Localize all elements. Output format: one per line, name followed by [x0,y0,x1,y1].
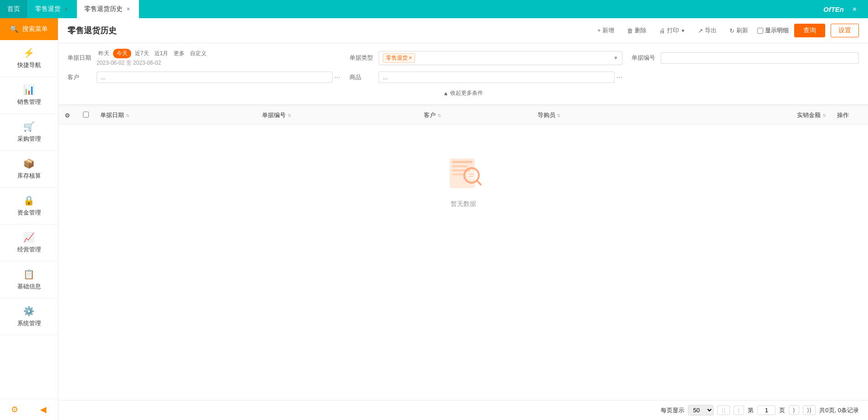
sidebar-item-finance[interactable]: 🔒 资金管理 [0,188,58,225]
th-customer-label: 客户 [424,112,436,118]
collapse-label: 收起更多条件 [450,89,483,97]
sidebar-item-quick-nav[interactable]: ⚡ 快捷导航 [0,40,58,77]
setting-button-label: 设置 [838,26,851,34]
filter-date: 单据日期 昨天 今天 近7天 近1月 更多 自定义 2023-06-02 至 2… [67,49,340,67]
th-no-sort[interactable]: ⇅ [288,113,291,118]
th-date[interactable]: 单据日期 ⇅ [95,107,257,124]
th-amount[interactable]: 实销金额 ⇅ [670,107,832,124]
tab-retail-return-history-label: 零售退货历史 [84,5,123,13]
th-no[interactable]: 单据编号 ⇅ [257,107,418,124]
business-icon: 📈 [23,232,35,243]
print-dropdown-icon: ▼ [681,28,685,33]
th-actions-label: 操作 [837,112,849,118]
voucher-no-label: 单据编号 [632,54,657,62]
sidebar-settings-button[interactable]: ⚙ [0,399,29,420]
print-button-label: 打印 [667,26,679,35]
date-shortcut-7days[interactable]: 近7天 [133,49,151,58]
sidebar-item-inventory[interactable]: 📦 库存核算 [0,151,58,188]
filter-voucher-type: 单据类型 零售退货 × ▼ [349,51,622,65]
date-shortcuts: 昨天 今天 近7天 近1月 更多 自定义 [97,49,208,58]
prev-page-button[interactable]: ⟨ [734,405,744,415]
per-page-select[interactable]: 10 20 50 100 [688,405,714,415]
query-button[interactable]: 查询 [794,24,825,37]
main-layout: 🔍 搜索菜单 ⚡ 快捷导航 📊 销售管理 🛒 采购管理 📦 库存核算 🔒 资金管… [0,18,868,420]
voucher-no-input[interactable] [661,52,859,64]
print-button[interactable]: 🖨 打印 ▼ [656,25,689,36]
data-table: ⚙ 单据日期 ⇅ 单据编号 ⇅ [58,107,868,124]
system-icon: ⚙️ [23,306,35,317]
th-customer[interactable]: 客户 ⇅ [418,107,532,124]
sidebar-search[interactable]: 🔍 搜索菜单 [0,18,58,40]
table-area: ⚙ 单据日期 ⇅ 单据编号 ⇅ [58,107,868,420]
first-page-button[interactable]: ⟨⟨ [717,405,730,415]
sidebar-toggle-button[interactable]: ◀ [29,399,58,420]
empty-icon [441,152,486,193]
svg-point-6 [467,171,476,180]
new-button[interactable]: + 新增 [594,25,618,36]
sidebar-item-sales-label: 销售管理 [17,98,41,106]
delete-button[interactable]: 🗑 删除 [623,25,650,36]
tab-retail-return-close[interactable]: × [63,5,69,13]
svg-rect-9 [469,176,473,177]
voucher-type-label: 单据类型 [349,54,375,62]
settings-gear-icon[interactable]: ⚙ [65,112,70,119]
th-guide-sort[interactable]: ⇅ [557,113,560,118]
new-button-label: + 新增 [597,26,614,35]
next-page-button[interactable]: ⟩ [789,405,799,415]
tab-retail-return-history[interactable]: 零售退货历史 × [77,0,139,18]
setting-button[interactable]: 设置 [831,24,859,37]
last-page-button[interactable]: ⟩⟩ [803,405,816,415]
page-number-input[interactable] [757,405,776,415]
th-amount-sort[interactable]: ⇅ [822,113,826,118]
sidebar-item-business[interactable]: 📈 经营管理 [0,225,58,261]
date-shortcut-1month[interactable]: 近1月 [153,49,170,58]
window-close-button[interactable]: ✕ [848,6,861,13]
show-detail-checkbox[interactable]: 显示明细 [757,26,789,35]
date-shortcut-more[interactable]: 更多 [172,49,186,58]
goods-input[interactable] [379,72,615,83]
th-checkbox[interactable] [77,107,95,124]
voucher-type-tag-label: 零售退货 [386,54,408,62]
collapse-button[interactable]: ▲ 收起更多条件 [443,87,483,99]
sidebar-item-sales[interactable]: 📊 销售管理 [0,77,58,114]
th-customer-sort[interactable]: ⇅ [437,113,441,118]
page-unit: 页 [779,406,785,415]
goods-control: ··· [379,72,622,83]
query-button-label: 查询 [803,26,816,34]
tab-home[interactable]: 首页 [0,0,28,18]
top-bar: 首页 零售退货 × 零售退货历史 × OfTEn ✕ [0,0,868,18]
voucher-type-tag-close[interactable]: × [409,55,412,61]
customer-control: ··· [97,72,340,83]
sidebar-item-inventory-label: 库存核算 [17,172,41,180]
quick-nav-icon: ⚡ [23,47,35,58]
sidebar: 🔍 搜索菜单 ⚡ 快捷导航 📊 销售管理 🛒 采购管理 📦 库存核算 🔒 资金管… [0,18,58,420]
export-button-label: 导出 [705,26,717,35]
show-detail-input[interactable] [757,28,763,34]
customer-browse-button[interactable]: ··· [334,73,340,82]
export-button[interactable]: ↗ 导出 [694,25,720,36]
date-shortcut-custom[interactable]: 自定义 [188,49,208,58]
sidebar-item-purchase[interactable]: 🛒 采购管理 [0,114,58,151]
customer-input[interactable] [97,72,333,83]
sales-icon: 📊 [23,84,35,95]
th-date-sort[interactable]: ⇅ [126,113,129,118]
voucher-type-select[interactable]: 零售退货 × ▼ [379,51,622,65]
goods-browse-button[interactable]: ··· [616,73,622,82]
date-shortcut-today[interactable]: 今天 [113,49,131,58]
tab-retail-return-history-close[interactable]: × [125,5,131,13]
sidebar-item-quick-nav-label: 快捷导航 [17,61,41,69]
tab-retail-return[interactable]: 零售退货 × [28,0,77,18]
th-settings[interactable]: ⚙ [58,107,77,124]
th-guide[interactable]: 导购员 ⇅ [532,107,670,124]
top-bar-right: OfTEn ✕ [816,0,868,18]
finance-icon: 🔒 [23,195,35,206]
select-all-checkbox[interactable] [83,112,89,118]
sidebar-item-system[interactable]: ⚙️ 系统管理 [0,298,58,335]
date-shortcut-yesterday[interactable]: 昨天 [97,49,111,58]
filter-row-2: 客户 ··· 商品 ··· [67,72,859,83]
collapse-row: ▲ 收起更多条件 [67,87,859,99]
empty-state: 暂无数据 [58,124,868,236]
sidebar-item-basic-info[interactable]: 📋 基础信息 [0,261,58,298]
delete-button-label: 删除 [635,26,647,35]
refresh-button[interactable]: ↻ 刷新 [726,25,752,36]
